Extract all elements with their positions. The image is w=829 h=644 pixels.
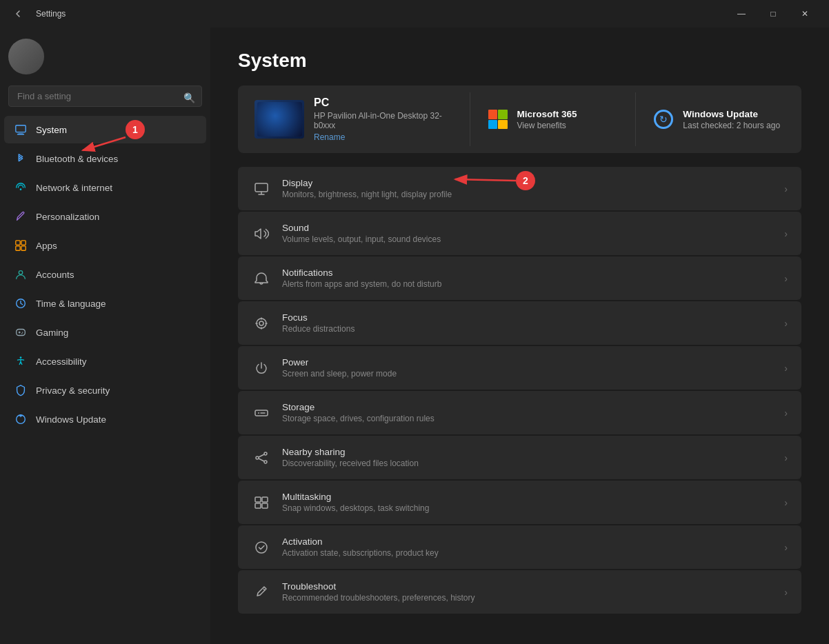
settings-item-notifications[interactable]: Notifications Alerts from apps and syste… xyxy=(238,256,801,300)
sidebar-item-time-label: Time & language xyxy=(36,299,106,309)
system-icon xyxy=(14,123,28,137)
nearby-sharing-icon xyxy=(252,448,271,467)
sidebar-item-system-label: System xyxy=(36,125,67,135)
microsoft365-title: Microsoft 365 xyxy=(517,109,577,119)
nearby-sharing-title: Nearby sharing xyxy=(282,447,773,457)
titlebar: Settings — □ ✕ xyxy=(0,0,829,28)
settings-item-sound[interactable]: Sound Volume levels, output, input, soun… xyxy=(238,212,801,255)
notifications-title: Notifications xyxy=(282,268,773,278)
settings-item-multitasking[interactable]: Multitasking Snap windows, desktops, tas… xyxy=(238,481,801,524)
titlebar-nav: Settings xyxy=(8,4,66,23)
troubleshoot-text: Troubleshoot Recommended troubleshooters… xyxy=(282,581,773,603)
user-section xyxy=(0,28,210,80)
sidebar-item-network-label: Network & internet xyxy=(36,183,112,193)
sidebar-item-update[interactable]: Windows Update xyxy=(4,405,206,433)
device-name: PC xyxy=(314,97,453,109)
focus-arrow: › xyxy=(784,318,788,329)
back-button[interactable] xyxy=(8,4,28,23)
power-title: Power xyxy=(282,357,773,368)
storage-sub: Storage space, drives, configuration rul… xyxy=(282,414,773,423)
focus-icon xyxy=(252,314,271,333)
windows-update-text: Windows Update Last checked: 2 hours ago xyxy=(683,109,780,130)
settings-item-activation[interactable]: Activation Activation state, subscriptio… xyxy=(238,525,801,569)
sidebar-item-bluetooth-label: Bluetooth & devices xyxy=(36,154,118,164)
svg-point-24 xyxy=(256,542,267,553)
microsoft365-icon xyxy=(487,108,509,130)
sidebar-item-personalization-label: Personalization xyxy=(36,212,99,222)
maximize-button[interactable]: □ xyxy=(757,0,789,28)
windows-update-icon: ↻ xyxy=(652,108,675,130)
device-image xyxy=(254,100,304,139)
troubleshoot-sub: Recommended troubleshooters, preferences… xyxy=(282,593,773,603)
window-controls: — □ ✕ xyxy=(726,0,821,28)
sound-icon xyxy=(252,224,271,243)
sidebar-item-accessibility[interactable]: Accessibility xyxy=(4,348,206,375)
settings-item-troubleshoot[interactable]: Troubleshoot Recommended troubleshooters… xyxy=(238,570,801,614)
settings-item-display[interactable]: Display Monitors, brightness, night ligh… xyxy=(238,167,801,210)
settings-item-nearby-sharing[interactable]: Nearby sharing Discoverability, received… xyxy=(238,436,801,479)
activation-text: Activation Activation state, subscriptio… xyxy=(282,536,773,558)
settings-item-power[interactable]: Power Screen and sleep, power mode › xyxy=(238,346,801,390)
svg-point-19 xyxy=(264,461,267,463)
storage-title: Storage xyxy=(282,402,773,412)
focus-text: Focus Reduce distractions xyxy=(282,312,773,334)
minimize-button[interactable]: — xyxy=(726,0,757,28)
search-input[interactable] xyxy=(8,85,202,107)
main-layout: 🔍 System Bluetooth & devices xyxy=(0,28,829,644)
sidebar-item-accounts[interactable]: Accounts xyxy=(4,261,206,288)
sidebar-item-apps[interactable]: Apps xyxy=(4,232,206,259)
windows-update-card[interactable]: ↻ Windows Update Last checked: 2 hours a… xyxy=(636,97,801,141)
activation-title: Activation xyxy=(282,536,773,547)
activation-sub: Activation state, subscriptions, product… xyxy=(282,548,773,558)
sidebar-item-system[interactable]: System xyxy=(4,116,206,143)
sidebar-item-gaming[interactable]: Gaming xyxy=(4,319,206,346)
sidebar-item-privacy[interactable]: Privacy & security xyxy=(4,376,206,404)
device-model: HP Pavilion All-in-One Desktop 32-b0xxx xyxy=(314,111,453,130)
sidebar-item-personalization[interactable]: Personalization xyxy=(4,203,206,230)
settings-item-focus[interactable]: Focus Reduce distractions › xyxy=(238,301,801,345)
svg-point-14 xyxy=(257,319,266,328)
troubleshoot-icon xyxy=(252,583,271,602)
svg-point-17 xyxy=(256,456,259,459)
device-info: PC HP Pavilion All-in-One Desktop 32-b0x… xyxy=(314,97,453,142)
svg-rect-3 xyxy=(16,241,20,245)
svg-rect-4 xyxy=(21,241,26,245)
sidebar-item-accessibility-label: Accessibility xyxy=(36,356,87,367)
device-rename-link[interactable]: Rename xyxy=(314,132,453,142)
notifications-icon xyxy=(252,269,271,288)
sound-sub: Volume levels, output, input, sound devi… xyxy=(282,234,773,244)
search-container: 🔍 xyxy=(0,80,210,115)
sidebar-item-network[interactable]: Network & internet xyxy=(4,174,206,201)
app-title: Settings xyxy=(36,9,66,19)
settings-item-storage[interactable]: Storage Storage space, drives, configura… xyxy=(238,391,801,434)
svg-point-16 xyxy=(258,412,259,414)
svg-point-2 xyxy=(20,188,22,190)
sidebar-item-apps-label: Apps xyxy=(36,241,57,251)
close-button[interactable]: ✕ xyxy=(789,0,821,28)
display-icon xyxy=(252,179,271,199)
svg-point-7 xyxy=(19,271,22,274)
sidebar-item-privacy-label: Privacy & security xyxy=(36,385,110,396)
svg-rect-23 xyxy=(262,503,268,508)
avatar xyxy=(8,39,44,74)
sidebar-item-bluetooth[interactable]: Bluetooth & devices xyxy=(4,145,206,172)
svg-point-9 xyxy=(22,332,23,332)
gaming-icon xyxy=(14,325,28,339)
troubleshoot-title: Troubleshoot xyxy=(282,581,773,592)
sidebar-item-accounts-label: Accounts xyxy=(36,270,74,280)
svg-point-10 xyxy=(21,333,22,334)
svg-rect-5 xyxy=(16,246,20,250)
display-arrow: › xyxy=(784,183,788,194)
svg-rect-22 xyxy=(255,503,261,508)
activation-icon xyxy=(252,538,271,557)
storage-arrow: › xyxy=(784,407,788,419)
microsoft365-sub: View benefits xyxy=(517,121,577,130)
accessibility-icon xyxy=(14,354,28,368)
microsoft365-card[interactable]: Microsoft 365 View benefits xyxy=(470,97,636,141)
sidebar-item-time[interactable]: Time & language xyxy=(4,290,206,317)
nearby-sharing-arrow: › xyxy=(784,452,788,463)
troubleshoot-arrow: › xyxy=(784,587,788,598)
svg-rect-21 xyxy=(262,497,268,502)
sound-text: Sound Volume levels, output, input, soun… xyxy=(282,223,773,244)
device-card: PC HP Pavilion All-in-One Desktop 32-b0x… xyxy=(238,85,470,153)
